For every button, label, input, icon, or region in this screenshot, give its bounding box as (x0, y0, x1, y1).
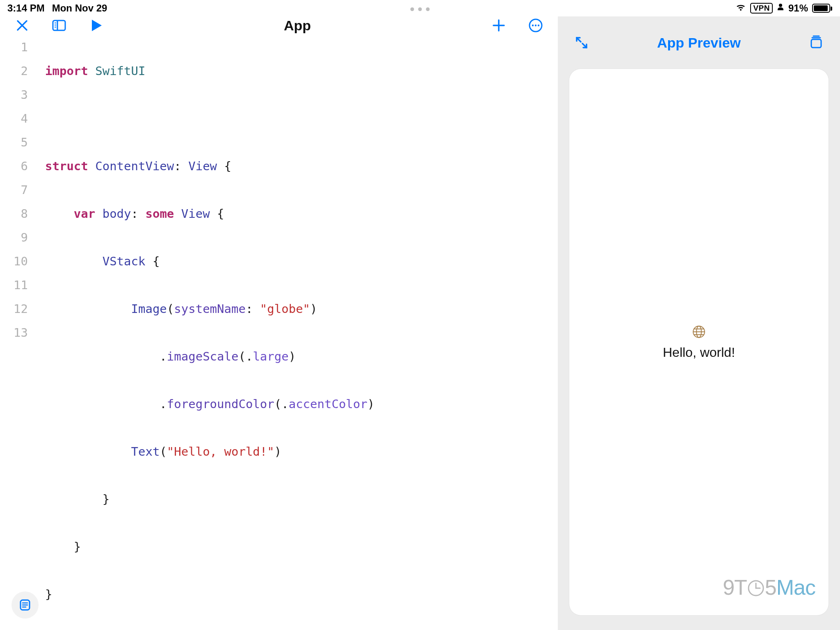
run-button[interactable] (87, 16, 105, 34)
more-button[interactable] (527, 16, 545, 34)
close-button[interactable] (13, 16, 31, 34)
preview-canvas: Hello, world! (569, 69, 829, 615)
svg-point-9 (538, 25, 539, 26)
status-time: 3:14 PM (7, 2, 45, 14)
globe-icon (692, 324, 706, 341)
svg-rect-14 (811, 39, 821, 48)
wifi-icon (735, 2, 746, 14)
preview-title: App Preview (657, 35, 741, 51)
battery-icon (812, 4, 830, 13)
line-gutter: 1 2 3 4 5 6 7 8 9 10 11 12 13 (0, 35, 45, 630)
code-editor[interactable]: 1 2 3 4 5 6 7 8 9 10 11 12 13 import Swi… (0, 34, 558, 630)
svg-point-8 (535, 25, 536, 26)
preview-pane: App Preview Hello, world! 9T5Mac (558, 16, 840, 630)
multitask-dots[interactable] (411, 7, 430, 11)
preview-toolbar: App Preview (558, 16, 840, 69)
preview-hello-text: Hello, world! (663, 345, 735, 360)
watermark: 9T5Mac (723, 575, 815, 600)
status-date: Mon Nov 29 (52, 2, 107, 14)
editor-title: App (284, 18, 311, 34)
battery-percent: 91% (788, 2, 808, 14)
editor-toolbar: App (0, 16, 558, 34)
windows-button[interactable] (807, 34, 825, 52)
add-button[interactable] (490, 16, 508, 34)
svg-point-7 (532, 25, 534, 26)
location-icon (777, 2, 784, 14)
status-bar: 3:14 PM Mon Nov 29 VPN 91% (0, 0, 840, 16)
sidebar-toggle-button[interactable] (50, 16, 68, 34)
editor-pane: App 1 2 3 4 5 6 7 8 9 10 (0, 16, 558, 630)
docs-button[interactable] (11, 591, 39, 619)
expand-button[interactable] (573, 34, 591, 52)
vpn-badge: VPN (750, 3, 773, 14)
code-content[interactable]: import SwiftUI struct ContentView: View … (45, 35, 558, 630)
svg-point-0 (779, 4, 782, 7)
